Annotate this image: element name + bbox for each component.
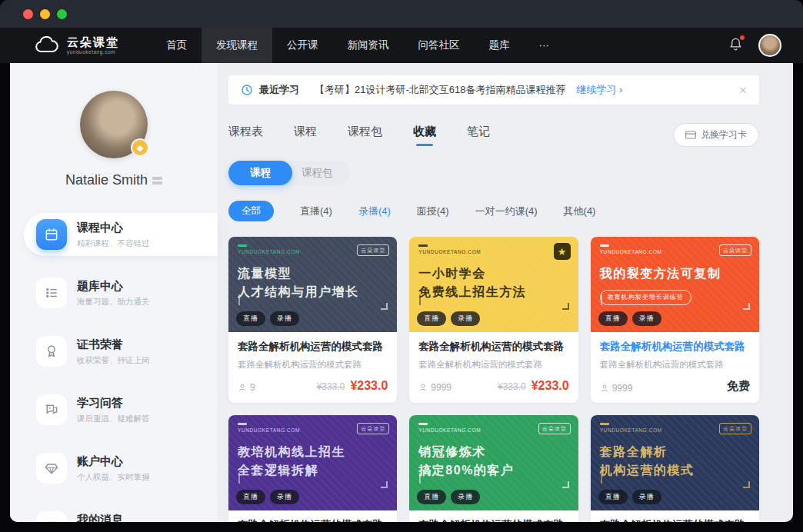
redeem-study-card-button[interactable]: 兑换学习卡 — [673, 123, 759, 147]
pill-courses[interactable]: 课程 — [228, 161, 292, 185]
cover-title: 套路全解析机构运营的模式 — [600, 443, 750, 481]
tab-schedule[interactable]: 课程表 — [228, 125, 263, 146]
sidebar-item-my-messages[interactable]: 我的消息 消息通知、及时了解 — [24, 505, 218, 522]
nav-menu: 首页 发现课程 公开课 新闻资讯 问答社区 题库 ··· — [152, 28, 728, 63]
filter-one-on-one[interactable]: 一对一约课(4) — [475, 204, 538, 218]
clock-icon — [241, 84, 253, 96]
course-cover: YUNDUOKETANG.COM 云朵课堂 我的裂变方法可复制 教育机构裂变增长… — [591, 237, 759, 332]
sidebar-item-course-center[interactable]: 课程中心 精彩课程、不容错过 — [24, 213, 218, 256]
cover-decoration — [601, 294, 602, 305]
window-titlebar — [0, 0, 803, 28]
minimize-window-button[interactable] — [40, 9, 50, 19]
course-card[interactable]: YUNDUOKETANG.COM ★ 一小时学会免费线上招生方法 直播 录播 套… — [409, 237, 578, 403]
tab-notes[interactable]: 笔记 — [467, 125, 490, 146]
course-center-icon — [36, 219, 67, 250]
nav-item-discover-courses[interactable]: 发现课程 — [202, 28, 272, 63]
medal-icon — [36, 336, 67, 367]
nav-item-news[interactable]: 新闻资讯 — [333, 28, 404, 63]
sidebar: ◆ Natalie Smith 课程中心 精彩 — [10, 63, 218, 522]
course-title: 套路全解析机构运营的模式套路 — [600, 340, 750, 354]
recent-learning-banner: 最近学习 【考研】21设计考研-北部交互618备考指南精品课程推荐 继续学习 ›… — [228, 75, 759, 105]
course-title: 套路全解析机构运营的模式套路 — [418, 518, 568, 522]
free-price-label: 免费 — [727, 379, 750, 394]
card-icon — [685, 131, 696, 139]
sidebar-item-question-bank[interactable]: 题库中心 海量习题、助力通关 — [24, 271, 218, 314]
sidebar-menu: 课程中心 精彩课程、不容错过 题库中心 — [10, 213, 218, 522]
course-card[interactable]: YUNDUOKETANG.COM 云朵课堂 流量模型人才结构与用户增长 直播 录… — [228, 237, 397, 403]
tag-recorded: 录播 — [632, 490, 661, 504]
course-title: 套路全解析机构运营的模式套路 — [238, 340, 388, 354]
student-count: 9999 — [600, 383, 633, 394]
cover-subtitle-pill: 教育机构裂变增长训练营 — [600, 290, 691, 304]
course-cover: YUNDUOKETANG.COM 云朵课堂 套路全解析机构运营的模式 直播 录播 — [591, 415, 759, 510]
maximize-window-button[interactable] — [57, 9, 67, 19]
sidebar-item-desc: 课后重温、疑难解答 — [77, 414, 150, 424]
tag-live: 直播 — [598, 311, 628, 326]
tag-recorded: 录播 — [270, 311, 299, 326]
sidebar-item-label: 题库中心 — [77, 279, 150, 294]
filter-recorded[interactable]: 录播(4) — [358, 204, 391, 218]
notification-dot — [740, 35, 745, 40]
student-count: 9 — [238, 382, 255, 393]
filter-all[interactable]: 全部 — [228, 201, 274, 221]
nav-item-home[interactable]: 首页 — [152, 28, 202, 63]
notifications-button[interactable] — [728, 36, 743, 55]
top-navbar: 云朵课堂 yunduoketang.com 首页 发现课程 公开课 新闻资讯 问… — [0, 28, 803, 63]
tab-favorites[interactable]: 收藏 — [413, 125, 436, 146]
nav-item-qa-community[interactable]: 问答社区 — [404, 28, 475, 63]
course-grid: YUNDUOKETANG.COM 云朵课堂 流量模型人才结构与用户增长 直播 录… — [228, 237, 759, 522]
sidebar-item-desc: 个人权益、实时掌握 — [77, 472, 150, 483]
cover-decoration — [419, 473, 421, 484]
banner-close-icon[interactable]: × — [739, 84, 747, 97]
filter-other[interactable]: 其他(4) — [564, 204, 596, 218]
student-count: 9999 — [418, 382, 451, 393]
cover-decoration — [238, 294, 240, 305]
nav-right — [728, 34, 781, 57]
recent-learning-label: 最近学习 — [259, 83, 299, 97]
tab-courses[interactable]: 课程 — [294, 125, 317, 146]
tabs-row: 课程表 课程 课程包 收藏 笔记 — [228, 123, 759, 147]
nav-item-more[interactable]: ··· — [525, 28, 565, 63]
logo-subtitle: yunduoketang.com — [67, 49, 119, 55]
old-price: ¥333.0 — [498, 381, 526, 392]
user-avatar[interactable] — [758, 34, 781, 57]
nav-item-open-courses[interactable]: 公开课 — [272, 28, 333, 63]
tag-recorded: 录播 — [632, 311, 661, 326]
course-card[interactable]: YUNDUOKETANG.COM 云朵课堂 套路全解析机构运营的模式 直播 录播… — [591, 415, 759, 522]
current-price: ¥233.0 — [531, 379, 569, 393]
sidebar-item-label: 学习问答 — [77, 396, 150, 411]
close-window-button[interactable] — [23, 9, 33, 19]
course-card[interactable]: YUNDUOKETANG.COM 云朵课堂 我的裂变方法可复制 教育机构裂变增长… — [591, 237, 759, 403]
cover-title: 一小时学会免费线上招生方法 — [418, 264, 568, 303]
filter-in-person[interactable]: 面授(4) — [417, 204, 449, 218]
cover-decoration — [743, 481, 750, 488]
app-logo[interactable]: 云朵课堂 yunduoketang.com — [34, 36, 119, 55]
sidebar-item-label: 证书荣誉 — [77, 337, 150, 352]
content-frame: ◆ Natalie Smith 课程中心 精彩 — [10, 63, 793, 522]
nav-item-question-bank[interactable]: 题库 — [475, 28, 525, 63]
sidebar-item-learning-qa[interactable]: 学习问答 课后重温、疑难解答 — [24, 388, 218, 431]
cover-title: 我的裂变方法可复制 教育机构裂变增长训练营 — [600, 264, 750, 305]
profile-avatar[interactable]: ◆ — [80, 91, 148, 158]
course-card[interactable]: YUNDUOKETANG.COM 云朵课堂 销冠修炼术搞定80%的客户 直播 录… — [409, 415, 578, 522]
sidebar-item-desc: 海量习题、助力通关 — [77, 297, 150, 308]
course-subtitle: 套路全解析机构运营的模式套路 — [600, 359, 750, 371]
tag-recorded: 录播 — [270, 490, 299, 504]
tag-live: 直播 — [236, 311, 265, 326]
traffic-lights — [23, 9, 67, 19]
course-card[interactable]: YUNDUOKETANG.COM 云朵课堂 教培机构线上招生全套逻辑拆解 直播 … — [228, 415, 397, 522]
cover-brand: YUNDUOKETANG.COM — [418, 244, 568, 254]
course-cover: YUNDUOKETANG.COM 云朵课堂 销冠修炼术搞定80%的客户 直播 录… — [409, 415, 578, 510]
cover-badge: 云朵课堂 — [719, 244, 751, 256]
continue-learning-link[interactable]: 继续学习 › — [576, 83, 622, 97]
cover-decoration — [238, 473, 240, 484]
sidebar-item-account-center[interactable]: 账户中心 个人权益、实时掌握 — [24, 447, 218, 490]
person-icon — [238, 383, 247, 392]
sidebar-item-certificates[interactable]: 证书荣誉 收获荣誉、持证上岗 — [24, 330, 218, 373]
cover-badge: 云朵课堂 — [357, 244, 389, 256]
tab-course-packages[interactable]: 课程包 — [348, 125, 382, 146]
member-badge-icon — [152, 175, 162, 186]
filter-live[interactable]: 直播(4) — [300, 204, 332, 218]
person-icon — [600, 384, 609, 393]
course-cover: YUNDUOKETANG.COM 云朵课堂 流量模型人才结构与用户增长 直播 录… — [228, 237, 397, 332]
